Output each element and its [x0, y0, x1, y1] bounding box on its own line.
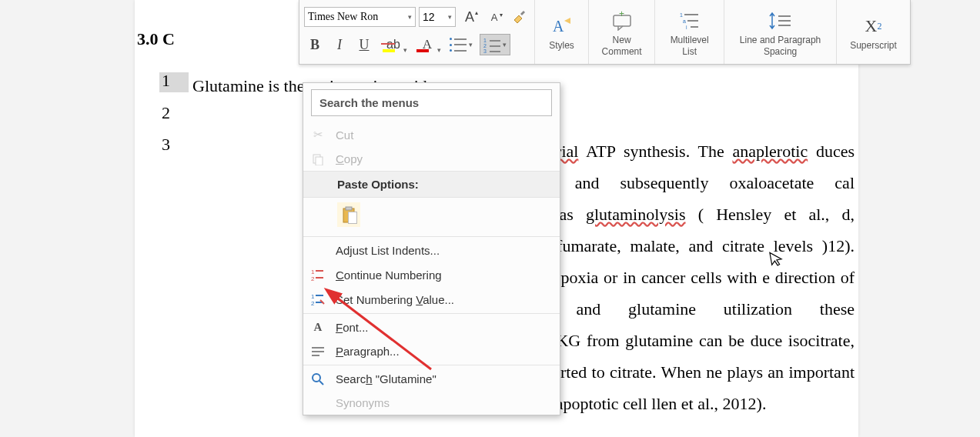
- superscript-icon: X2: [865, 12, 882, 40]
- svg-rect-21: [316, 295, 323, 296]
- section-heading: 3.0 C: [137, 29, 175, 49]
- menu-copy: Copy: [303, 147, 560, 171]
- spacing-label: Line and Paragraph Spacing: [732, 35, 828, 57]
- font-name-value: Times New Ron: [308, 11, 378, 23]
- paragraph-icon: [309, 346, 326, 357]
- svg-rect-4: [684, 14, 698, 15]
- svg-rect-8: [691, 26, 698, 28]
- svg-rect-25: [312, 351, 324, 352]
- svg-text:2: 2: [311, 300, 315, 306]
- context-menu: Search the menus ✂ Cut Copy Paste Option…: [303, 82, 560, 415]
- continue-numbering-icon: 12: [309, 268, 326, 282]
- svg-text:a: a: [683, 18, 686, 24]
- font-size-value: 12: [423, 11, 435, 23]
- svg-text:1: 1: [680, 12, 683, 18]
- menu-adjust-indents[interactable]: Adjust List Indents...: [303, 239, 560, 262]
- superscript-group[interactable]: X2 Superscript: [837, 0, 910, 64]
- menu-cut: ✂ Cut: [303, 122, 560, 147]
- scissors-icon: ✂: [309, 128, 326, 142]
- svg-rect-15: [346, 207, 352, 210]
- svg-text:+: +: [619, 11, 624, 19]
- menu-paragraph[interactable]: Paragraph...: [303, 339, 560, 363]
- styles-group[interactable]: A Styles: [535, 0, 589, 64]
- bullets-button[interactable]: ▾: [446, 34, 477, 55]
- svg-rect-24: [312, 347, 324, 349]
- italic-button[interactable]: I: [329, 34, 350, 55]
- mini-toolbar: Times New Ron ▾ 12 ▾ A▴ A▾ B I U ab▾ A▾: [299, 0, 911, 65]
- font-size-combo[interactable]: 12 ▾: [419, 7, 456, 27]
- numbering-icon: 1 2 3: [483, 38, 500, 52]
- menu-search-term[interactable]: Search "Glutamine": [303, 367, 560, 391]
- numbering-button[interactable]: 1 2 3 ▾: [480, 34, 510, 55]
- comment-icon: +: [610, 7, 634, 35]
- svg-text:1: 1: [311, 293, 315, 300]
- grow-font-button[interactable]: A▴: [459, 6, 480, 28]
- svg-rect-10: [778, 20, 791, 22]
- underline-button[interactable]: U: [353, 34, 375, 55]
- menu-synonyms[interactable]: Synonyms: [303, 391, 560, 415]
- menu-search-input[interactable]: Search the menus: [311, 89, 552, 116]
- paste-options-row: [303, 198, 560, 235]
- paste-options-header: Paste Options:: [303, 171, 560, 198]
- multilevel-list-group[interactable]: 1ai Multilevel List: [655, 0, 724, 64]
- multilevel-label: Multilevel List: [663, 35, 716, 57]
- spacing-group[interactable]: Line and Paragraph Spacing: [724, 0, 837, 64]
- svg-text:2: 2: [311, 275, 315, 282]
- menu-set-numbering-value[interactable]: 12 Set Numbering Value...: [303, 287, 560, 312]
- multilevel-icon: 1ai: [678, 7, 701, 35]
- svg-point-27: [313, 374, 320, 382]
- svg-rect-6: [687, 20, 698, 22]
- font-icon: A: [309, 321, 326, 334]
- new-comment-group[interactable]: + New Comment: [589, 0, 655, 64]
- list-number-2[interactable]: 2: [162, 103, 170, 123]
- paintbrush-icon: [511, 9, 527, 25]
- svg-rect-9: [778, 15, 791, 17]
- svg-rect-26: [312, 355, 319, 356]
- shrink-font-button[interactable]: A▾: [483, 6, 505, 28]
- list-number-3[interactable]: 3: [162, 135, 170, 155]
- svg-rect-19: [316, 277, 323, 279]
- styles-icon: A: [550, 12, 574, 40]
- strikethrough-button[interactable]: ab▾: [378, 34, 409, 55]
- new-comment-label: New Comment: [597, 35, 647, 57]
- spacing-icon: [768, 7, 794, 35]
- bullets-icon: [450, 38, 467, 52]
- chevron-down-icon: ▾: [448, 13, 452, 21]
- list-number-1[interactable]: 1: [162, 71, 170, 91]
- svg-rect-17: [316, 270, 323, 272]
- svg-text:1: 1: [311, 269, 315, 275]
- svg-rect-11: [778, 25, 791, 26]
- chevron-down-icon: ▾: [408, 13, 412, 21]
- format-painter-button[interactable]: [508, 6, 530, 28]
- copy-icon: [309, 153, 326, 165]
- bold-button[interactable]: B: [304, 34, 326, 55]
- svg-text:i: i: [686, 25, 687, 30]
- paste-keep-source-button[interactable]: [337, 202, 360, 227]
- search-icon: [309, 373, 326, 385]
- styles-label: Styles: [549, 40, 574, 51]
- menu-font[interactable]: A Font...: [303, 315, 560, 339]
- set-numbering-icon: 12: [309, 292, 326, 306]
- font-color-button[interactable]: A▾: [412, 34, 443, 55]
- svg-rect-13: [316, 157, 323, 165]
- superscript-label: Superscript: [850, 40, 897, 51]
- font-name-combo[interactable]: Times New Ron ▾: [304, 7, 416, 27]
- svg-text:A: A: [553, 18, 564, 35]
- menu-continue-numbering[interactable]: 12 Continue Numbering: [303, 262, 560, 287]
